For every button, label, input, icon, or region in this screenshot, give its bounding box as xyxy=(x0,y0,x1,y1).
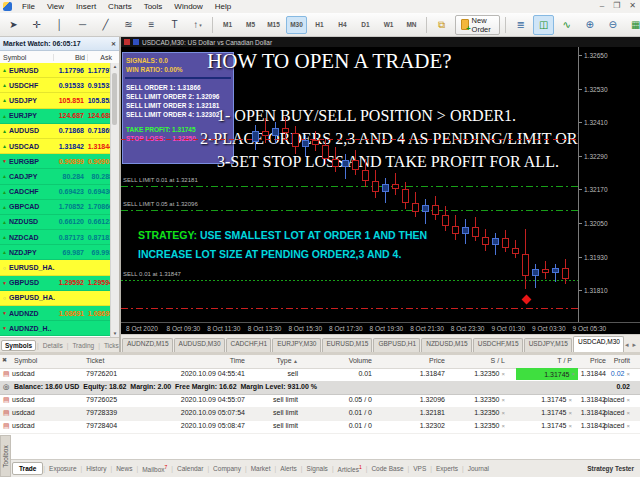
toolbox-tab-market[interactable]: Market xyxy=(247,463,275,474)
toolbox-tab-exposure[interactable]: Exposure xyxy=(45,463,80,474)
toolbox-tab-signals[interactable]: Signals xyxy=(303,463,332,474)
market-watch-row[interactable]: ▲NZDUSD0.661200.66123 xyxy=(0,215,113,230)
toolbox-pin-icon[interactable]: ✖ xyxy=(2,356,7,363)
header-price[interactable]: Price xyxy=(429,357,445,364)
chart-tab-eurusd-m15[interactable]: EURUSD,M15 xyxy=(322,338,373,352)
market-watch-row[interactable]: ▲NZDJPY69.98769.993 xyxy=(0,245,113,260)
remove-icon[interactable]: × xyxy=(501,423,505,429)
header-type[interactable]: Type ▲ xyxy=(276,357,298,364)
header-ticket[interactable]: Ticket xyxy=(86,357,104,364)
timeframe-m5[interactable]: M5 xyxy=(240,16,261,34)
pending-order-row[interactable]: ▤usdcad797284042020.10.09 05:08:47sell l… xyxy=(0,420,640,434)
maximize-button[interactable]: ❐ xyxy=(613,0,620,12)
timeframe-m1[interactable]: M1 xyxy=(217,16,238,34)
menu-window[interactable]: Window xyxy=(168,0,208,13)
market-watch-row[interactable]: ▲GBPCAD1.708521.70866 xyxy=(0,200,113,215)
market-watch-tab-ticks[interactable]: Ticks xyxy=(101,341,122,350)
header-sl[interactable]: S / L xyxy=(491,357,505,364)
market-watch-tab-details[interactable]: Details xyxy=(40,341,66,350)
timeframe-m15[interactable]: M15 xyxy=(263,16,284,34)
chart-tab-cadchf-h1[interactable]: CADCHF,H1 xyxy=(226,338,272,352)
market-watch-row[interactable]: ▲NZDCAD0.871730.87181 xyxy=(0,230,113,245)
remove-icon[interactable]: × xyxy=(568,423,572,429)
fibonacci-tool[interactable]: ≋ xyxy=(118,15,139,35)
open-position-row[interactable]: ▤usdcad797262012020.10.09 04:55:41sell0.… xyxy=(0,368,640,382)
column-bid[interactable]: Bid xyxy=(54,54,88,61)
toolbox-tab-code-base[interactable]: Code Base xyxy=(367,463,407,474)
text-tool[interactable]: T xyxy=(164,15,185,35)
vertical-line-tool[interactable]: │ xyxy=(49,15,70,35)
remove-icon[interactable]: × xyxy=(626,397,630,403)
line-chart-mode[interactable]: ∿ xyxy=(556,15,577,35)
remove-icon[interactable]: × xyxy=(571,371,575,377)
timeframe-d1[interactable]: D1 xyxy=(355,16,376,34)
chart-tab-nzdusd-m15[interactable]: NZDUSD,M15 xyxy=(421,338,472,352)
trendline-tool[interactable]: ╱ xyxy=(95,15,116,35)
market-watch-row[interactable]: ▲CADCHF0.694230.69430 xyxy=(0,185,113,200)
pending-order-row[interactable]: ▤usdcad797260252020.10.09 04:55:07sell l… xyxy=(0,394,640,408)
bar-chart-mode[interactable]: ≣ xyxy=(510,15,531,35)
objects-tool[interactable]: ≡ xyxy=(141,15,162,35)
symbols-button[interactable]: ⧉ xyxy=(431,15,452,35)
market-watch-row[interactable]: ▲USDCHF0.915330.91533 xyxy=(0,78,113,93)
remove-icon[interactable]: × xyxy=(626,410,630,416)
chart-tab-usdjpy-m15[interactable]: USDJPY,M15 xyxy=(524,338,572,352)
market-watch-row[interactable]: ○GBPUSD_HA.. xyxy=(0,291,113,306)
tab-scroll-left-icon[interactable]: ◂ xyxy=(625,341,629,349)
market-watch-row[interactable]: ▲AUDUSD0.718680.71869 xyxy=(0,124,113,139)
chart-tab-gbpusd-h1[interactable]: GBPUSD,H1 xyxy=(373,338,420,352)
remove-icon[interactable]: × xyxy=(501,397,505,403)
toolbox-tab-vps[interactable]: VPS xyxy=(409,463,430,474)
menu-help[interactable]: Help xyxy=(209,0,237,13)
market-watch-scrollbar[interactable]: ▲ ▼ xyxy=(110,63,119,337)
header-volume[interactable]: Volume xyxy=(349,357,372,364)
close-button[interactable]: ✕ xyxy=(629,0,636,12)
timeframe-h1[interactable]: H1 xyxy=(309,16,330,34)
toolbox-tab-history[interactable]: History xyxy=(82,463,110,474)
timeframe-m30[interactable]: M30 xyxy=(286,16,307,34)
header-tp[interactable]: T / P xyxy=(557,357,572,364)
market-watch-row[interactable]: ▲EURUSD1.177961.17797 xyxy=(0,63,113,78)
tab-scroll-right-icon[interactable]: ▸ xyxy=(632,341,636,349)
scroll-up-icon[interactable]: ▲ xyxy=(111,64,119,69)
market-watch-row[interactable]: ▼EURGBP0.908990.90903 xyxy=(0,154,113,169)
market-watch-row[interactable]: ▲USDCAD1.318421.31844 xyxy=(0,139,113,154)
menu-insert[interactable]: Insert xyxy=(70,0,102,13)
menu-view[interactable]: View xyxy=(41,0,70,13)
chart-tab-audusd-m30[interactable]: AUDUSD,M30 xyxy=(174,338,225,352)
market-watch-row[interactable]: ▲CADJPY80.28480.288 xyxy=(0,169,113,184)
candle-chart-mode[interactable]: ◫ xyxy=(533,15,554,35)
zoom-in[interactable]: ⊕ xyxy=(579,15,600,35)
timeframe-w1[interactable]: W1 xyxy=(378,16,399,34)
header-last[interactable]: Profit xyxy=(614,357,630,364)
cursor-tool[interactable]: ➤ xyxy=(3,15,24,35)
market-watch-row[interactable]: ▼AUDNZD1.086911.08695 xyxy=(0,306,113,321)
remove-icon[interactable]: × xyxy=(568,410,572,416)
market-watch-tab-trading[interactable]: Trading xyxy=(69,341,97,350)
remove-icon[interactable]: × xyxy=(568,397,572,403)
menu-tools[interactable]: Tools xyxy=(138,0,169,13)
chart-plot-area[interactable]: SIGNALS: 0.0 WIN RATIO: 0.00% SELL ORDER… xyxy=(121,47,578,322)
remove-icon[interactable]: × xyxy=(501,371,505,377)
toolbox-tab-experts[interactable]: Experts xyxy=(432,463,462,474)
market-watch-tab-symbols[interactable]: Symbols xyxy=(1,340,36,351)
market-watch-row[interactable]: ▼GBPUSD1.295921.29594 xyxy=(0,276,113,291)
scrollbar-thumb[interactable] xyxy=(112,73,117,125)
zoom-out[interactable]: ⊖ xyxy=(602,15,623,35)
timeframe-mn[interactable]: MN xyxy=(401,16,422,34)
toolbox-tab-articles[interactable]: Articles1 xyxy=(334,462,366,475)
chart-tab-audnzd-m15[interactable]: AUDNZD,M15 xyxy=(122,338,173,352)
menu-file[interactable]: File xyxy=(16,0,41,13)
header-price2[interactable]: Price xyxy=(590,357,606,364)
chart-tab-eurjpy-m30[interactable]: EURJPY,M30 xyxy=(272,338,320,352)
arrows-tool[interactable]: ↑▾ xyxy=(187,15,208,35)
remove-icon[interactable]: × xyxy=(501,410,505,416)
market-watch-row[interactable]: ○EURUSD_HA.. xyxy=(0,260,113,275)
toolbox-tab-alerts[interactable]: Alerts xyxy=(276,463,301,474)
panel-splitter[interactable] xyxy=(0,352,640,355)
crosshair-tool[interactable]: ✛ xyxy=(26,15,47,35)
timeframe-h4[interactable]: H4 xyxy=(332,16,353,34)
toolbox-tab-news[interactable]: News xyxy=(112,463,136,474)
remove-icon[interactable]: × xyxy=(626,423,630,429)
menu-charts[interactable]: Charts xyxy=(102,0,138,13)
